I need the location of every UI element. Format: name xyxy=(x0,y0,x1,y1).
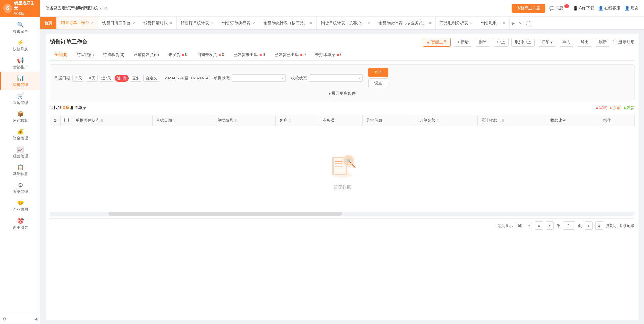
user-profile-link[interactable]: 👤 用友 xyxy=(625,5,639,11)
page-card: 销售订单工作台 ★ 智能生单 + 新增 删除 中止 取消中止 打印 ▾ 导入 xyxy=(46,34,639,320)
first-page-btn[interactable]: « xyxy=(535,221,543,230)
date-btn-7days[interactable]: 近7天 xyxy=(99,75,113,82)
sidebar-item-label: 销售管理 xyxy=(13,82,28,87)
tab-close-icon[interactable]: ✕ xyxy=(252,21,255,25)
print-button[interactable]: 打印 ▾ xyxy=(538,38,556,47)
last-page-btn[interactable]: » xyxy=(595,221,603,230)
smart-create-button[interactable]: ★ 智能生单 xyxy=(423,38,451,47)
tab-sales-gross[interactable]: 销售毛利... ✕ xyxy=(477,17,510,29)
tab-sales-exec[interactable]: 销售订单执行表 ✕ xyxy=(218,17,259,29)
unreview-action-btn[interactable]: ● 弃审 xyxy=(610,105,621,111)
export-button[interactable]: 导出 xyxy=(577,38,592,47)
col-check[interactable] xyxy=(61,115,72,126)
tab-daily-reconcile[interactable]: 钱货日清对账 ✕ xyxy=(139,17,177,29)
collapse-icon[interactable]: ◀ xyxy=(34,317,37,321)
tab-sales-goods[interactable]: 销货单统计表（按商品） ✕ xyxy=(259,17,317,29)
tab-close-icon[interactable]: ✕ xyxy=(132,21,135,25)
filter-tab-overdue-ship[interactable]: 到期未发货 0 xyxy=(192,50,229,60)
cancel-stop-button[interactable]: 取消中止 xyxy=(511,38,535,47)
refresh-button[interactable]: 刷新 xyxy=(595,38,610,47)
add-button[interactable]: + 新增 xyxy=(454,38,472,47)
tab-sales-stats[interactable]: 销售订单统计表 ✕ xyxy=(177,17,218,29)
sidebar-item-guide[interactable]: 🎯 新手引导 xyxy=(0,215,40,233)
page-number-input[interactable] xyxy=(563,221,575,230)
tab-close-all-btn[interactable]: ✕ xyxy=(517,17,524,29)
tab-daily-clear[interactable]: 钱货日清工作台 ✕ xyxy=(98,17,139,29)
sidebar-item-marketing[interactable]: 📢 营销推广 xyxy=(0,54,40,72)
sidebar-item-basic-info[interactable]: 📋 基础信息 xyxy=(0,161,40,179)
sidebar-item-label: 新手引导 xyxy=(13,225,28,230)
sort-icon[interactable]: ⇅ xyxy=(436,119,439,122)
sidebar-item-purchase[interactable]: 🛒 采购管理 xyxy=(0,90,40,108)
messages-link[interactable]: 💬 消息 6 xyxy=(549,5,569,11)
show-detail-checkbox[interactable] xyxy=(613,40,617,44)
sort-icon[interactable]: ⇅ xyxy=(173,119,176,122)
sort-icon[interactable]: ⇅ xyxy=(288,119,291,122)
filter-tab-shipped-out[interactable]: 已发货已出库 0 xyxy=(270,50,310,60)
sidebar-item-search[interactable]: 🔍 搜索菜单 xyxy=(0,19,40,37)
online-service-link[interactable]: 👤 在线客服 xyxy=(598,5,620,11)
col-settings[interactable]: ⚙ xyxy=(50,115,61,126)
stop-button[interactable]: 中止 xyxy=(493,38,509,47)
filter-tab-not-printed[interactable]: 未打印单据 0 xyxy=(310,50,347,60)
tab-close-icon[interactable]: ✕ xyxy=(429,21,431,25)
tab-close-icon[interactable]: ✕ xyxy=(367,21,370,25)
tab-gross-analysis[interactable]: 商品毛利分析表 ✕ xyxy=(436,17,477,29)
sidebar-item-inventory[interactable]: 📦 库存核算 xyxy=(0,108,40,126)
payment-select[interactable] xyxy=(309,74,363,82)
ship-action-btn[interactable]: ● 发货 xyxy=(624,105,635,111)
tab-sales-customer[interactable]: 销货单统计表（按客户） ✕ xyxy=(317,17,374,29)
date-btn-1month[interactable]: 近1月 xyxy=(115,75,129,82)
tab-close-icon[interactable]: ✕ xyxy=(211,21,214,25)
tab-close-icon[interactable]: ✕ xyxy=(470,21,473,25)
sidebar-item-sales[interactable]: 📊 销售管理 xyxy=(0,72,40,90)
prev-page-btn[interactable]: ‹ xyxy=(546,221,554,230)
sidebar-item-finance[interactable]: 💰 资金管理 xyxy=(0,126,40,144)
setting-button[interactable]: 设置 xyxy=(368,78,388,88)
page-size-select[interactable]: 50 100 200 xyxy=(516,222,532,229)
tab-label: 钱货日清对账 xyxy=(143,20,168,26)
sidebar-item-system[interactable]: ⚙ 系统管理 xyxy=(0,179,40,197)
sort-icon[interactable]: ⇅ xyxy=(502,119,504,122)
horizontal-scrollbar[interactable] xyxy=(50,212,635,216)
select-all-checkbox[interactable] xyxy=(64,118,69,122)
app-download-link[interactable]: 📱 App下载 xyxy=(573,5,594,11)
filter-tab-wangpu-ship[interactable]: 旺铺待发货(0) xyxy=(129,50,164,60)
next-page-btn[interactable]: › xyxy=(585,221,593,230)
date-btn-yesterday[interactable]: 昨天 xyxy=(72,75,84,82)
col-customer: 客户 ⇅ xyxy=(276,115,319,126)
tab-sales-order-workbench[interactable]: 销售订单工作台 ✕ xyxy=(57,17,98,29)
settings-icon[interactable]: ⚙ xyxy=(3,317,6,321)
review-action-btn[interactable]: ● 审核 xyxy=(596,105,607,111)
chevron-down-icon[interactable]: ▾ xyxy=(99,6,101,11)
import-button[interactable]: 导入 xyxy=(559,38,574,47)
date-btn-today[interactable]: 今天 xyxy=(86,75,98,82)
sidebar-item-quicknav[interactable]: ⚡ 快捷导航 xyxy=(0,37,40,54)
tab-forward-btn[interactable]: ▶ xyxy=(510,17,517,29)
query-button[interactable]: 查询 xyxy=(368,68,388,77)
sidebar-item-operations[interactable]: 📈 经营管理 xyxy=(0,144,40,161)
sort-icon[interactable]: ⇅ xyxy=(235,119,238,122)
industry-solution-button[interactable]: 体验行业方案 xyxy=(512,4,545,13)
filter-tab-pending-review[interactable]: 待审核(0) xyxy=(72,50,99,60)
sort-icon[interactable]: ⇅ xyxy=(101,119,103,122)
tab-sales-salesman[interactable]: 销货单统计表（按业务员） ✕ xyxy=(374,17,436,29)
filter-tab-all[interactable]: 全部(0) xyxy=(50,50,72,60)
delete-button[interactable]: 删除 xyxy=(475,38,490,47)
filter-tab-not-shipped[interactable]: 未发货 0 xyxy=(164,50,192,60)
pagination-bar: 每页显示 50 100 200 « ‹ 第 页 › » 共0页，0条记录 xyxy=(50,218,635,230)
settings-gear-icon[interactable]: ⚙ xyxy=(104,6,108,11)
tab-close-icon[interactable]: ✕ xyxy=(310,21,312,25)
expand-conditions-button[interactable]: ▾ 展开更多条件 xyxy=(329,91,356,96)
tab-fullscreen-btn[interactable]: ⛶ xyxy=(524,17,532,29)
tab-close-icon[interactable]: ✕ xyxy=(91,21,94,25)
tab-close-icon[interactable]: ✕ xyxy=(170,21,172,25)
filter-tab-shipped-not-out[interactable]: 已发货未出库 0 xyxy=(229,50,269,60)
date-btn-more[interactable]: 更多 xyxy=(130,75,142,82)
sidebar-item-enterprise[interactable]: 🤝 企业协同 xyxy=(0,197,40,215)
tab-home[interactable]: 首页 xyxy=(40,17,57,29)
date-btn-custom[interactable]: 自定义 xyxy=(143,75,159,82)
status-select[interactable] xyxy=(232,74,286,82)
filter-tab-pending-inspect[interactable]: 待择验货(0) xyxy=(98,50,129,60)
tab-close-icon[interactable]: ✕ xyxy=(503,21,505,25)
